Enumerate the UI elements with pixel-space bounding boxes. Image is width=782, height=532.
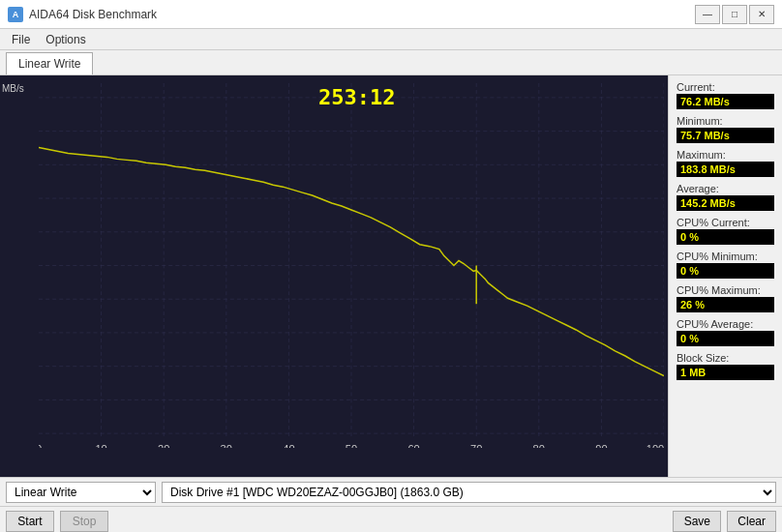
main-content: 253:12 MB/s — [0, 75, 782, 477]
maximize-button[interactable]: □ — [722, 5, 747, 24]
bottom-controls: Linear Write Disk Drive #1 [WDC WD20EZAZ… — [0, 477, 782, 506]
benchmark-type-dropdown[interactable]: Linear Write — [6, 482, 156, 503]
svg-text:20: 20 — [158, 443, 169, 448]
maximum-value: 183.8 MB/s — [677, 162, 774, 177]
current-value: 76.2 MB/s — [677, 94, 774, 109]
cpu-current-value: 0 % — [677, 229, 774, 245]
button-row: Start Stop Save Clear — [0, 506, 782, 532]
stop-button: Stop — [60, 511, 108, 532]
block-size-label: Block Size: — [677, 352, 774, 364]
stat-current: Current: 76.2 MB/s — [677, 81, 774, 109]
svg-text:0: 0 — [39, 443, 42, 448]
stat-maximum: Maximum: 183.8 MB/s — [677, 149, 774, 177]
stat-block-size: Block Size: 1 MB — [677, 352, 774, 380]
cpu-maximum-label: CPU% Maximum: — [677, 284, 774, 296]
stat-cpu-average: CPU% Average: 0 % — [677, 318, 774, 346]
save-button[interactable]: Save — [673, 511, 721, 532]
cpu-maximum-value: 26 % — [677, 297, 774, 312]
minimum-value: 75.7 MB/s — [677, 128, 774, 143]
window-controls: — □ ✕ — [695, 5, 774, 24]
stat-average: Average: 145.2 MB/s — [677, 183, 774, 211]
svg-text:50: 50 — [346, 443, 357, 448]
svg-text:80: 80 — [533, 443, 545, 448]
tab-linear-write[interactable]: Linear Write — [6, 52, 93, 74]
menu-file[interactable]: File — [4, 31, 38, 48]
average-label: Average: — [677, 183, 774, 194]
chart-svg: 216 192 168 144 120 96 72 48 24 0 10 20 … — [39, 83, 664, 448]
y-axis-label: MB/s — [2, 83, 24, 94]
start-button[interactable]: Start — [6, 511, 54, 532]
svg-text:30: 30 — [221, 443, 232, 448]
title-bar: A AIDA64 Disk Benchmark — □ ✕ — [0, 0, 782, 29]
current-label: Current: — [677, 81, 774, 93]
block-size-value: 1 MB — [677, 365, 774, 380]
tab-bar: Linear Write — [0, 50, 782, 75]
time-display: 253:12 — [318, 85, 395, 109]
svg-text:10: 10 — [95, 443, 106, 448]
svg-text:90: 90 — [595, 443, 607, 448]
svg-text:70: 70 — [470, 443, 482, 448]
menu-bar: File Options — [0, 29, 782, 50]
disk-drive-dropdown[interactable]: Disk Drive #1 [WDC WD20EZAZ-00GGJB0] (18… — [162, 482, 776, 503]
svg-text:60: 60 — [407, 443, 419, 448]
maximum-label: Maximum: — [677, 149, 774, 161]
right-panel: Current: 76.2 MB/s Minimum: 75.7 MB/s Ma… — [668, 75, 782, 477]
svg-text:40: 40 — [283, 443, 294, 448]
stat-cpu-maximum: CPU% Maximum: 26 % — [677, 284, 774, 312]
window-title: AIDA64 Disk Benchmark — [29, 8, 157, 21]
average-value: 145.2 MB/s — [677, 195, 774, 211]
app-icon: A — [8, 7, 23, 22]
cpu-average-value: 0 % — [677, 331, 774, 346]
menu-options[interactable]: Options — [38, 31, 93, 48]
title-bar-left: A AIDA64 Disk Benchmark — [8, 7, 157, 22]
cpu-minimum-label: CPU% Minimum: — [677, 251, 774, 262]
stat-cpu-minimum: CPU% Minimum: 0 % — [677, 251, 774, 279]
minimize-button[interactable]: — — [695, 5, 720, 24]
stat-minimum: Minimum: 75.7 MB/s — [677, 115, 774, 143]
minimum-label: Minimum: — [677, 115, 774, 127]
cpu-minimum-value: 0 % — [677, 263, 774, 279]
cpu-current-label: CPU% Current: — [677, 217, 774, 228]
stat-cpu-current: CPU% Current: 0 % — [677, 217, 774, 245]
chart-area: 253:12 MB/s — [0, 75, 668, 477]
svg-text:100%: 100% — [647, 443, 664, 448]
clear-button[interactable]: Clear — [727, 511, 776, 532]
cpu-average-label: CPU% Average: — [677, 318, 774, 330]
close-button[interactable]: ✕ — [749, 5, 774, 24]
